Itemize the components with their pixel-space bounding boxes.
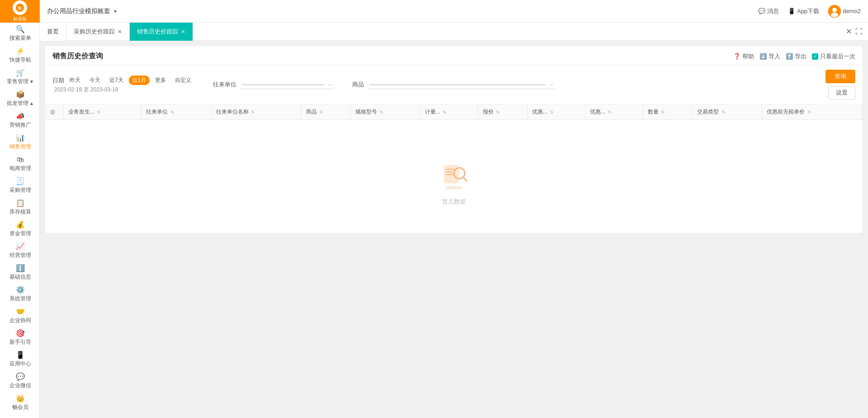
sidebar-item-label: 企业微信: [9, 382, 31, 390]
filter-last7-btn[interactable]: 近7天: [106, 76, 127, 85]
partner-filter-input-wrap[interactable]: —————————————— ···: [240, 81, 334, 89]
sort-arrows-discount2: ⇅: [608, 109, 611, 114]
help-label: 帮助: [742, 52, 754, 61]
sidebar-item-shortcut[interactable]: ⚡ 快捷导航: [0, 44, 40, 66]
sidebar-item-basic[interactable]: ℹ️ 基础信息: [0, 261, 40, 283]
sort-arrows-qty: ⇅: [661, 109, 665, 114]
page-header: 销售历史价查询 ❓ 帮助 ⬇️ 导入 ⬆️ 导出: [45, 46, 863, 65]
th-discount2[interactable]: 优惠... ⇅: [585, 104, 643, 120]
sidebar: 畅 标准版 🔍 搜索菜单 ⚡ 快捷导航 🛒 零售管理 ▼ 📦 批发管理 ▲ 📣 …: [0, 0, 40, 418]
table-settings-icon[interactable]: ⚙: [50, 109, 56, 116]
sidebar-item-label: 企业协同: [9, 317, 31, 324]
export-icon: ⬆️: [786, 53, 793, 60]
only-last-label: 只看最后一次: [820, 52, 855, 61]
message-label: 消息: [767, 7, 779, 15]
sidebar-item-search[interactable]: 🔍 搜索菜单: [0, 23, 40, 44]
th-partner-code[interactable]: 往来单位 ⇅: [142, 104, 211, 120]
retail-icon: 🛒: [16, 68, 25, 77]
product-filter-input-wrap[interactable]: —————————————————————————————— ···: [368, 81, 556, 89]
sidebar-item-retail[interactable]: 🛒 零售管理 ▼: [0, 66, 40, 88]
th-biz-date[interactable]: 业务发生... ⇅: [63, 104, 142, 120]
sidebar-item-label: 批发管理: [7, 100, 28, 107]
user-avatar-area[interactable]: demo2: [828, 5, 861, 18]
svg-point-12: [457, 170, 462, 175]
sidebar-item-sales[interactable]: 📊 销售管理: [0, 131, 40, 153]
sidebar-item-ecommerce[interactable]: 🛍 电商管理: [0, 153, 40, 175]
sidebar-item-wholesale[interactable]: 📦 批发管理 ▲: [0, 88, 40, 109]
only-last-checkbox[interactable]: [812, 53, 818, 60]
th-qty[interactable]: 数量 ⇅: [643, 104, 693, 120]
product-filter-more-btn[interactable]: ···: [547, 81, 556, 89]
partner-filter-label: 往来单位: [213, 81, 236, 89]
filter-last1month-btn[interactable]: 近1月: [129, 76, 150, 85]
topbar-left: 办公用品行业模拟账套 ▾: [47, 7, 117, 15]
data-table: ⚙ 业务发生... ⇅ 往来单位 ⇅ 往来单位名称: [45, 104, 863, 120]
export-label: 导出: [795, 52, 807, 61]
import-btn[interactable]: ⬇️ 导入: [760, 52, 780, 61]
th-partner-name[interactable]: 往来单位名称 ⇅: [211, 104, 301, 120]
sidebar-item-enterprise[interactable]: 🤝 企业协同: [0, 305, 40, 327]
filter-custom-btn[interactable]: 自定义: [171, 76, 195, 85]
sidebar-item-label: 畅会员: [12, 404, 28, 411]
sidebar-item-system[interactable]: ⚙️ 系统管理: [0, 283, 40, 305]
partner-filter-more-btn[interactable]: ···: [326, 81, 334, 89]
setting-button[interactable]: 设置: [828, 86, 855, 100]
tab-purchase-history-close[interactable]: ✕: [118, 28, 122, 35]
tab-close-all-btn[interactable]: ✕: [846, 27, 852, 36]
help-btn[interactable]: ❓ 帮助: [733, 52, 754, 61]
sidebar-item-member[interactable]: 👑 畅会员: [0, 392, 40, 413]
sidebar-item-label: 销售管理: [9, 143, 31, 151]
th-trade-type[interactable]: 交易类型 ⇅: [693, 104, 762, 120]
filter-date-range: 2023-02-18 至 2023-03-18: [54, 86, 195, 94]
apps-icon: 📱: [16, 351, 25, 359]
th-gear[interactable]: ⚙: [45, 104, 63, 120]
sidebar-item-inventory[interactable]: 📋 库存核算: [0, 196, 40, 218]
message-btn[interactable]: 💬 消息: [758, 7, 779, 15]
tab-expand-btn[interactable]: ⛶: [855, 28, 863, 36]
svg-point-5: [445, 186, 463, 190]
sidebar-item-marketing[interactable]: 📣 营销推广: [0, 109, 40, 131]
only-last-checkbox-wrap[interactable]: 只看最后一次: [812, 52, 855, 61]
ecommerce-icon: 🛍: [17, 156, 24, 164]
purchase-icon: 🧾: [16, 177, 25, 185]
sort-arrows-quote: ⇅: [496, 109, 500, 114]
filter-today-btn[interactable]: 今天: [86, 76, 104, 85]
sort-arrows-discount1: ⇅: [550, 109, 553, 114]
th-discount1[interactable]: 优惠... ⇅: [528, 104, 585, 120]
product-filter-label: 商品: [352, 81, 364, 89]
svg-rect-7: [446, 169, 455, 170]
topbar-dropdown-icon[interactable]: ▾: [114, 8, 117, 14]
sidebar-item-wechat[interactable]: 💬 企业微信: [0, 370, 40, 392]
tab-purchase-history[interactable]: 采购历史价跟踪 ✕: [66, 23, 130, 41]
sidebar-item-operation[interactable]: 📈 经营管理: [0, 240, 40, 261]
svg-rect-9: [446, 174, 454, 175]
sidebar-item-apps[interactable]: 📱 应用中心: [0, 348, 40, 370]
sidebar-item-label: 零售管理: [7, 78, 28, 86]
th-unit[interactable]: 计量... ⇅: [420, 104, 478, 120]
sidebar-item-newbie[interactable]: 🎯 新手引导: [0, 327, 40, 348]
wholesale-icon: 📦: [16, 90, 25, 99]
filter-more-btn[interactable]: 更多: [151, 76, 170, 85]
app-download-btn[interactable]: 📱 App下载: [788, 7, 819, 15]
sort-arrows-spec: ⇅: [379, 109, 383, 114]
tab-home[interactable]: 首页: [40, 23, 66, 41]
th-quote[interactable]: 报价 ⇅: [478, 104, 527, 120]
th-pre-tax-price[interactable]: 优惠前无税单价 ⇅: [762, 104, 863, 120]
tab-sales-history[interactable]: 销售历史价跟踪 ✕: [130, 23, 193, 41]
th-product[interactable]: 商品 ⇅: [301, 104, 350, 120]
sidebar-logo-text: 标准版: [13, 16, 27, 22]
help-icon: ❓: [733, 53, 741, 60]
topbar-right: 💬 消息 📱 App下载 demo2: [758, 5, 861, 18]
tab-sales-history-close[interactable]: ✕: [181, 28, 185, 35]
enterprise-icon: 🤝: [16, 307, 25, 316]
sidebar-item-finance[interactable]: 💰 资金管理: [0, 218, 40, 240]
filter-yesterday-btn[interactable]: 昨天: [66, 76, 84, 85]
query-button[interactable]: 查询: [826, 70, 855, 83]
export-btn[interactable]: ⬆️ 导出: [786, 52, 807, 61]
empty-illustration: [436, 156, 472, 192]
date-filter-label: 日期: [52, 76, 64, 85]
sidebar-item-purchase[interactable]: 🧾 采购管理: [0, 175, 40, 196]
th-spec[interactable]: 规格型号 ⇅: [350, 104, 420, 120]
sidebar-item-label: 电商管理: [9, 165, 31, 172]
sidebar-item-label: 新手引导: [9, 338, 31, 346]
